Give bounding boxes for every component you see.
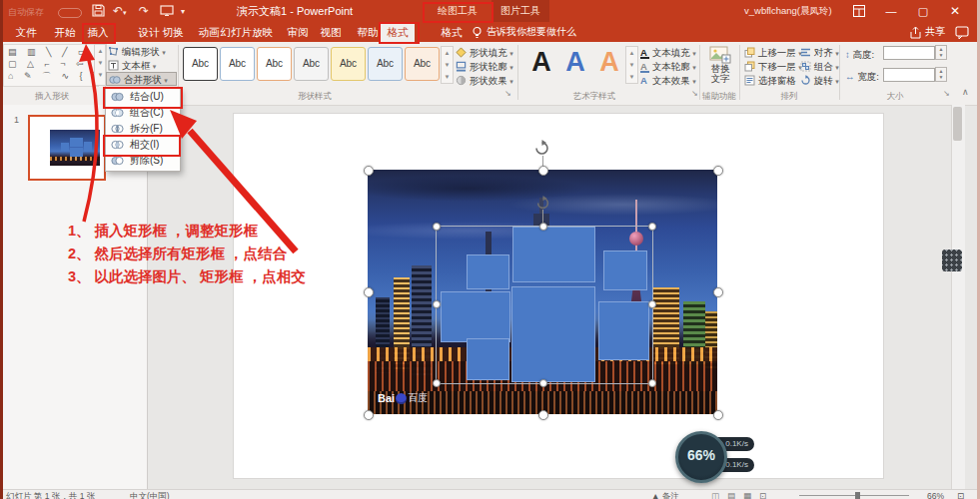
shape-style-preset[interactable]: Abc xyxy=(331,47,366,81)
save-icon[interactable] xyxy=(92,4,105,17)
group-resize-handle[interactable] xyxy=(648,223,656,231)
rotate-handle-group[interactable] xyxy=(535,196,550,211)
fit-slide-icon[interactable]: ⊡ xyxy=(957,490,964,499)
group-resize-handle[interactable] xyxy=(433,300,441,308)
selection-pane-button[interactable]: 选择窗格 xyxy=(744,74,796,87)
shape-style-preset[interactable]: Abc xyxy=(368,47,403,81)
rotate-button[interactable]: 旋转 ▾ xyxy=(800,74,839,88)
tab-view[interactable]: 视图 xyxy=(316,22,346,42)
maximize-button[interactable]: ▢ xyxy=(913,0,933,22)
blue-rectangle[interactable] xyxy=(467,338,509,380)
shape-style-preset[interactable]: Abc xyxy=(405,47,440,81)
minimize-button[interactable]: — xyxy=(881,0,901,22)
shape-fill-button[interactable]: 形状填充 ▾ xyxy=(456,46,513,60)
wordart-scroll[interactable]: ▲▼▼ xyxy=(625,46,638,84)
share-button[interactable]: 共享 xyxy=(925,22,945,42)
blue-rectangle[interactable] xyxy=(598,301,649,360)
group-resize-handle[interactable] xyxy=(648,300,656,308)
group-button[interactable]: 组合 ▾ xyxy=(800,60,839,74)
height-spinner[interactable]: ▲▼ xyxy=(935,45,947,60)
notes-button[interactable]: ▲ 备注 xyxy=(651,490,679,499)
shape-style-preset[interactable]: Abc xyxy=(183,47,218,81)
group-resize-handle[interactable] xyxy=(539,379,547,387)
wordart-dialog-launcher[interactable]: ↘ xyxy=(691,89,698,98)
wordart-preset[interactable]: A xyxy=(526,46,556,78)
merge-shapes-button[interactable]: 合并形状 ▾ xyxy=(106,72,177,86)
picture-resize-handle[interactable] xyxy=(538,166,548,176)
group-resize-handle[interactable] xyxy=(433,223,441,231)
picture-resize-handle[interactable] xyxy=(364,287,374,297)
qat-customize-icon[interactable]: ▾ xyxy=(181,1,185,23)
wordart-preset[interactable]: A xyxy=(560,46,590,78)
shape-style-preset[interactable]: Abc xyxy=(220,47,255,81)
tab-home[interactable]: 开始 xyxy=(50,22,80,42)
text-effects-button[interactable]: A 文本效果 ▾ xyxy=(640,74,696,88)
tab-transitions[interactable]: 切换 xyxy=(158,22,188,42)
start-slideshow-icon[interactable] xyxy=(160,5,174,17)
shape-outline-button[interactable]: 形状轮廓 ▾ xyxy=(456,60,513,74)
wordart-preset[interactable]: A xyxy=(594,46,624,78)
view-buttons[interactable]: ◫▤▦⊡ xyxy=(711,490,774,499)
blue-rectangle[interactable] xyxy=(512,227,595,282)
shape-gallery-row2[interactable]: ▢ △ ⌐ ¬ ⇦ ⇩ xyxy=(8,58,98,70)
autosave-toggle[interactable]: 自动保存 xyxy=(8,6,44,19)
picture-resize-handle[interactable] xyxy=(364,166,374,176)
comments-icon[interactable] xyxy=(955,26,969,39)
tab-format-picture[interactable]: 格式 xyxy=(437,22,467,42)
group-resize-handle[interactable] xyxy=(648,379,656,387)
group-resize-handle[interactable] xyxy=(433,379,441,387)
rotate-handle-picture[interactable] xyxy=(533,140,550,157)
blue-rectangle[interactable] xyxy=(603,250,647,290)
height-input[interactable] xyxy=(883,46,935,60)
edit-shape-button[interactable]: 编辑形状 ▾ xyxy=(108,45,166,59)
shape-styles-scroll[interactable]: ▲▼▼ xyxy=(441,46,454,84)
share-icon xyxy=(909,26,922,39)
shape-gallery-row3[interactable]: ⌂ ✎ ⌒ ∿ { } xyxy=(8,70,98,82)
shape-gallery[interactable]: ▤ ▥ ╲ ╱ ▭ ○ ▢ △ ⌐ ¬ ⇦ ⇩ ⌂ ✎ ⌒ ∿ { } xyxy=(3,44,99,87)
collapse-ribbon-icon[interactable]: ∧ xyxy=(962,87,969,97)
align-button[interactable]: 对齐 ▾ xyxy=(800,46,839,60)
vertical-scrollbar[interactable] xyxy=(951,105,965,489)
picture-resize-handle[interactable] xyxy=(364,410,374,420)
text-fill-button[interactable]: A 文本填充 ▾ xyxy=(640,46,696,60)
undo-icon[interactable]: ↶▾ xyxy=(113,0,127,24)
zoom-slider-thumb[interactable] xyxy=(855,492,860,499)
width-input[interactable] xyxy=(883,68,935,82)
text-outline-button[interactable]: A 文本轮廓 ▾ xyxy=(640,60,696,74)
tab-slideshow[interactable]: 幻灯片放映 xyxy=(220,22,274,42)
picture-resize-handle[interactable] xyxy=(538,410,548,420)
zoom-widget[interactable]: 66% xyxy=(675,431,727,483)
tab-file[interactable]: 文件 xyxy=(8,22,44,42)
redo-icon[interactable]: ↷ xyxy=(139,0,149,22)
shape-style-preset[interactable]: Abc xyxy=(294,47,329,81)
language-indicator[interactable]: 中文(中国) xyxy=(130,490,170,499)
scrollbar-thumb[interactable] xyxy=(953,107,962,141)
tell-me-box[interactable]: 告诉我你想要做什么 xyxy=(487,22,576,42)
size-dialog-launcher[interactable]: ↘ xyxy=(943,89,950,98)
shape-style-preset[interactable]: Abc xyxy=(257,47,292,81)
shape-effects-button[interactable]: 形状效果 ▾ xyxy=(456,74,513,88)
autosave-switch[interactable] xyxy=(58,8,82,18)
group-resize-handle[interactable] xyxy=(539,223,547,231)
text-box-button[interactable]: 文本框 ▾ xyxy=(108,59,156,73)
blue-rectangle[interactable] xyxy=(511,286,595,382)
zoom-percent[interactable]: 66% xyxy=(927,490,944,499)
slide-thumbnail[interactable] xyxy=(28,115,106,181)
account-user-name[interactable]: v_wbflchang(晨凤玲) xyxy=(744,0,832,22)
send-backward-button[interactable]: 下移一层 ▾ xyxy=(744,60,802,74)
shape-gallery-row1[interactable]: ▤ ▥ ╲ ╱ ▭ ○ xyxy=(8,46,98,58)
alt-text-button[interactable]: 替换文字 xyxy=(703,44,737,88)
width-spinner[interactable]: ▲▼ xyxy=(935,67,947,82)
bring-forward-button[interactable]: 上移一层 ▾ xyxy=(744,46,802,60)
blue-rectangle[interactable] xyxy=(441,291,510,342)
floating-widget-handle[interactable] xyxy=(942,250,962,271)
ribbon-display-options-icon[interactable] xyxy=(849,0,869,17)
picture-resize-handle[interactable] xyxy=(713,166,723,176)
picture-resize-handle[interactable] xyxy=(713,410,723,420)
tab-review[interactable]: 审阅 xyxy=(283,22,313,42)
picture-resize-handle[interactable] xyxy=(713,287,723,297)
close-button[interactable]: ✕ xyxy=(945,0,965,22)
zoom-slider[interactable] xyxy=(799,495,909,496)
shape-styles-dialog-launcher[interactable]: ↘ xyxy=(504,89,511,98)
blue-rectangle[interactable] xyxy=(467,254,509,289)
